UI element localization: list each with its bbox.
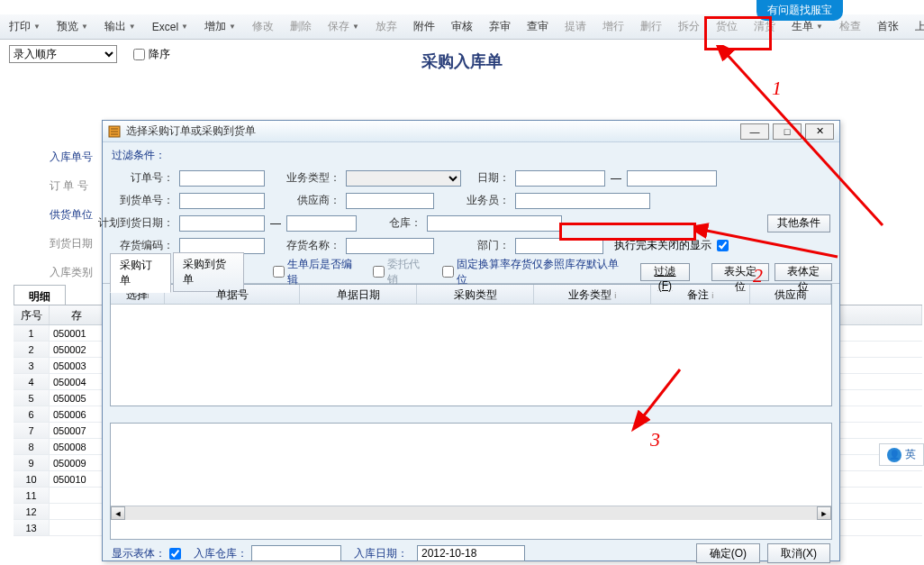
fixed-rate-check[interactable]: 固定换算率存货仅参照库存默认单位: [442, 257, 621, 287]
user-badge[interactable]: 👤 英: [879, 443, 924, 466]
ok-button[interactable]: 确定(O): [696, 543, 760, 563]
toolbar-增加[interactable]: 增加▼: [197, 15, 243, 39]
toolbar-增行: 增行: [595, 15, 631, 39]
exec-closed-check[interactable]: 执行完未关闭的显示: [614, 238, 729, 253]
help-badge[interactable]: 有问题找服宝: [756, 0, 843, 21]
dialog-title: 选择采购订单或采购到货单: [126, 123, 737, 139]
show-body-label: 显示表体：: [112, 546, 166, 561]
filter-label: 过滤条件：: [112, 148, 830, 163]
scroll-left-icon[interactable]: ◄: [111, 506, 125, 520]
clerk-input[interactable]: [515, 193, 650, 209]
form-label: 订 单 号: [50, 178, 104, 194]
select-order-dialog: 选择采购订单或采购到货单 — □ ✕ 过滤条件： 订单号： 业务类型： 日期： …: [102, 120, 840, 561]
dept-input[interactable]: [515, 238, 603, 254]
in-date-input[interactable]: 2012-10-18: [417, 545, 525, 561]
page-title: 采购入库单: [0, 50, 924, 72]
tab-po[interactable]: 采购订单: [110, 253, 171, 293]
minimize-button[interactable]: —: [740, 123, 769, 140]
toolbar-保存: 保存▼: [321, 15, 367, 39]
dlg-head-billno[interactable]: 单据号: [165, 285, 300, 304]
dlg-head-biztype[interactable]: 业务类型 i: [534, 285, 651, 304]
toolbar-拆分: 拆分: [671, 15, 707, 39]
warehouse-label: 仓库：: [357, 215, 427, 231]
filter-area: 过滤条件： 订单号： 业务类型： 日期： — 到货单号： 供应商： 业务员： 计…: [103, 142, 839, 260]
maximize-button[interactable]: □: [773, 123, 802, 140]
annotation-3: 3: [650, 428, 660, 451]
in-wh-input[interactable]: [251, 545, 341, 561]
dlg-head-remark[interactable]: 备注 i: [651, 285, 750, 304]
form-label: 到货日期: [50, 236, 104, 251]
plan-date-from-input[interactable]: [179, 215, 265, 232]
clerk-label: 业务员：: [434, 193, 515, 208]
plan-date-label: 计划到货日期：: [98, 215, 179, 231]
close-button[interactable]: ✕: [805, 123, 834, 140]
toolbar-附件[interactable]: 附件: [406, 15, 442, 39]
filter-button[interactable]: 过滤(F): [640, 263, 691, 281]
form-label: 入库单号: [50, 150, 104, 165]
grid-head-num: 序号: [14, 305, 50, 324]
toolbar-放弃: 放弃: [368, 15, 404, 39]
date-from-input[interactable]: [515, 170, 605, 187]
grid-head-code: 存: [50, 305, 104, 324]
order-no-input[interactable]: [179, 170, 265, 187]
edit-after-check[interactable]: 生单后是否编辑: [273, 257, 358, 287]
dlg-head-billdate[interactable]: 单据日期: [300, 285, 417, 304]
biz-type-select[interactable]: [346, 170, 461, 187]
toolbar-预览[interactable]: 预览▼: [50, 15, 95, 39]
other-cond-button[interactable]: 其他条件: [767, 214, 830, 232]
toolbar-修改: 修改: [245, 15, 281, 39]
form-label: 入库类别: [50, 265, 104, 280]
warehouse-input[interactable]: [427, 215, 562, 232]
dlg-head-supplier[interactable]: 供应商: [750, 285, 831, 304]
in-date-label: 入库日期：: [354, 546, 408, 561]
toolbar-首张[interactable]: 首张: [870, 15, 906, 39]
supplier-label: 供应商：: [265, 193, 346, 208]
cancel-button[interactable]: 取消(X): [767, 543, 830, 563]
toolbar-打印[interactable]: 打印▼: [2, 15, 48, 39]
date-to-input[interactable]: [627, 170, 717, 187]
toolbar-货位: 货位: [709, 15, 745, 39]
annotation-2: 2: [753, 264, 763, 287]
inv-code-label: 存货编码：: [112, 238, 179, 253]
supplier-input[interactable]: [346, 193, 434, 209]
toolbar-审核[interactable]: 审核: [444, 15, 480, 39]
toolbar-删除: 删除: [283, 15, 319, 39]
toolbar-输出[interactable]: 输出▼: [97, 15, 143, 39]
inv-name-label: 存货名称：: [265, 238, 346, 253]
entrust-check[interactable]: 委托代销: [373, 257, 428, 287]
toolbar-上张[interactable]: 上张: [908, 15, 924, 39]
dialog-icon: [108, 125, 121, 138]
body-pos-button[interactable]: 表体定位: [775, 263, 832, 281]
form-label: 供货单位: [50, 207, 104, 223]
dlg-head-proctype[interactable]: 采购类型: [417, 285, 534, 304]
form-left: 入库单号订 单 号供货单位到货日期入库类别: [50, 142, 104, 287]
biz-type-label: 业务类型：: [265, 170, 346, 186]
toolbar-Excel[interactable]: Excel▼: [145, 15, 195, 39]
annotation-1: 1: [772, 77, 782, 100]
date-label: 日期：: [461, 170, 515, 186]
show-body-check[interactable]: [169, 548, 181, 560]
order-no-label: 订单号：: [112, 170, 179, 186]
inv-name-input[interactable]: [346, 238, 434, 254]
toolbar-删行: 删行: [633, 15, 669, 39]
dialog-tabs: 采购订单 采购到货单 生单后是否编辑 委托代销 固定换算率存货仅参照库存默认单位…: [103, 260, 839, 284]
dialog-hscroll[interactable]: ◄ ►: [111, 506, 831, 520]
toolbar-弃审[interactable]: 弃审: [482, 15, 518, 39]
dialog-titlebar[interactable]: 选择采购订单或采购到货单 — □ ✕: [103, 121, 839, 142]
arrival-no-input[interactable]: [179, 193, 265, 209]
plan-date-to-input[interactable]: [286, 215, 357, 232]
dialog-upper-grid[interactable]: 选择i 单据号 单据日期 采购类型 业务类型 i 备注 i 供应商: [110, 284, 832, 406]
in-wh-label: 入库仓库：: [194, 546, 248, 561]
toolbar-查审[interactable]: 查审: [520, 15, 556, 39]
dialog-lower-grid[interactable]: [110, 423, 832, 540]
toolbar-提请: 提请: [557, 15, 593, 39]
user-icon: 👤: [887, 448, 901, 462]
arrival-no-label: 到货单号：: [112, 193, 179, 208]
dialog-footer: 显示表体： 入库仓库： 入库日期： 2012-10-18 确定(O) 取消(X)…: [103, 540, 839, 565]
dept-label: 部门：: [434, 238, 515, 253]
scroll-right-icon[interactable]: ►: [817, 506, 831, 520]
